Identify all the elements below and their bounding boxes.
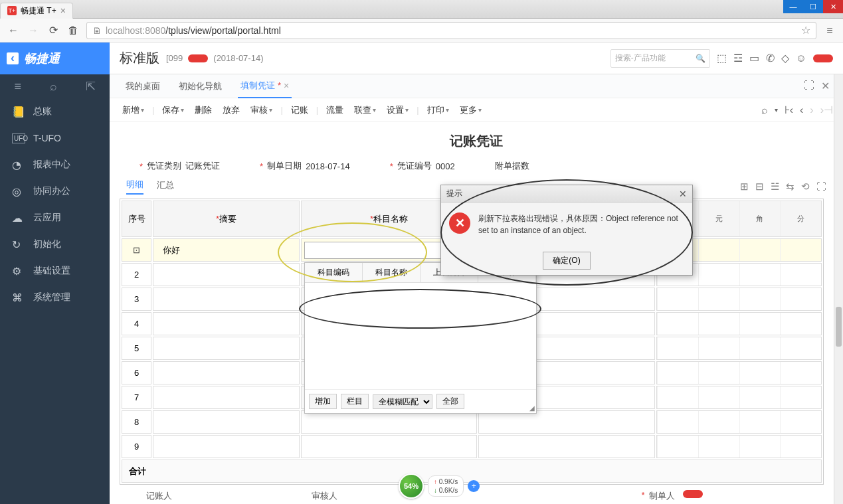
browser-menu-icon[interactable]: ≡ — [823, 24, 836, 37]
tool-icon-6[interactable]: ⛶ — [816, 181, 826, 193]
tool-icon-4[interactable]: ⇆ — [786, 181, 795, 193]
first-icon[interactable]: ⊦‹ — [785, 104, 793, 116]
tab-close-icon[interactable]: × — [60, 5, 66, 16]
menu-icon[interactable]: ≡ — [14, 80, 21, 94]
attach-label: 附单据数 — [495, 160, 529, 172]
reload-icon[interactable]: ⟳ — [47, 24, 60, 37]
date-label: 制单日期 — [267, 160, 302, 172]
window-close-button[interactable]: ✕ — [823, 0, 843, 13]
brand-arrow-icon: ‹ — [7, 52, 19, 64]
browser-tab[interactable]: T+ 畅捷通 T+ × — [0, 3, 73, 19]
back-icon[interactable]: ← — [7, 24, 20, 37]
help-icon[interactable]: ◇ — [781, 52, 789, 64]
fullscreen-icon[interactable]: ⛶ — [804, 80, 814, 92]
sidebar-item-reports[interactable]: ◔报表中心 — [0, 151, 110, 178]
close-all-icon[interactable]: ✕ — [821, 80, 830, 92]
table-row[interactable]: 8 — [122, 410, 822, 434]
tool-icon-3[interactable]: ☱ — [771, 181, 779, 193]
sidebar-label: 总账 — [33, 106, 52, 118]
subject-dropdown: 科目编码 科目名称 上级科目 详细 增加 栏目 全模糊匹配 全部 ◢ — [304, 262, 537, 414]
row-handle-icon[interactable]: ⊡ — [133, 245, 140, 255]
scrollbar[interactable] — [834, 74, 843, 504]
tool-icon-5[interactable]: ⟲ — [801, 181, 810, 193]
next-icon[interactable]: › — [810, 104, 813, 116]
no-value[interactable]: 0002 — [436, 161, 455, 171]
scrollbar-thumb[interactable] — [836, 307, 842, 347]
zoom-icon[interactable]: ⌕ — [761, 104, 768, 116]
more-button[interactable]: 更多▾ — [457, 104, 484, 116]
tufo-icon: UFO — [12, 133, 25, 143]
device-icon[interactable]: ⬚ — [717, 52, 727, 64]
window-maximize-button[interactable]: ☐ — [803, 0, 823, 13]
ledger-icon: 📒 — [12, 106, 25, 118]
audit-button[interactable]: 审核▾ — [248, 104, 275, 116]
chat-icon[interactable]: ▭ — [749, 52, 759, 64]
sidebar-top-icons: ≡ ⌕ ⇱ — [0, 74, 110, 98]
tab-init-nav[interactable]: 初始化导航 — [176, 74, 225, 98]
tab-voucher[interactable]: 填制凭证 * × — [238, 74, 292, 98]
search-input[interactable]: 搜索-产品功能 🔍 — [610, 49, 710, 68]
url-bar[interactable]: 🗎 localhost:8080/tplus/view/portal/porta… — [86, 22, 816, 39]
sidebar-item-system[interactable]: ⌘系统管理 — [0, 284, 110, 311]
search-sidebar-icon[interactable]: ⌕ — [50, 80, 57, 94]
abandon-button[interactable]: 放弃 — [220, 104, 242, 116]
tab-desktop[interactable]: 我的桌面 — [123, 74, 163, 98]
export-icon[interactable]: ⇱ — [86, 79, 96, 94]
maker-label: 制单人 — [649, 490, 675, 502]
net-plus-icon[interactable]: + — [468, 480, 480, 492]
tab-close-icon[interactable]: × — [284, 80, 289, 91]
forward-icon[interactable]: → — [27, 24, 40, 37]
print-button[interactable]: 打印▾ — [424, 104, 452, 116]
tab-favicon-icon: T+ — [7, 6, 17, 15]
page-icon: 🗎 — [92, 25, 102, 36]
list-icon[interactable]: ☲ — [733, 52, 743, 64]
sd-all-button[interactable]: 全部 — [436, 394, 464, 409]
modified-indicator-icon: * — [278, 80, 281, 90]
flow-button[interactable]: 流量 — [324, 104, 346, 116]
resize-handle-icon[interactable]: ◢ — [529, 404, 535, 412]
post-button[interactable]: 记账 — [288, 104, 311, 116]
sidebar-item-tufo[interactable]: UFOT-UFO — [0, 125, 110, 151]
sidebar-item-basic[interactable]: ⚙基础设置 — [0, 258, 110, 284]
sub-tab-detail[interactable]: 明细 — [126, 179, 143, 195]
query-button[interactable]: 联查▾ — [351, 104, 379, 116]
dialog-ok-button[interactable]: 确定(O) — [543, 252, 590, 270]
sd-column-button[interactable]: 栏目 — [341, 394, 369, 409]
type-value[interactable]: 记账凭证 — [185, 160, 220, 172]
delete-button[interactable]: 删除 — [192, 104, 215, 116]
prev-icon[interactable]: ‹ — [800, 104, 803, 116]
new-button[interactable]: 新增▾ — [120, 104, 147, 116]
summary-input[interactable] — [159, 242, 292, 258]
sub-tab-summary[interactable]: 汇总 — [157, 179, 174, 194]
last-icon[interactable]: ›⊣ — [820, 104, 833, 116]
user-icon[interactable]: ☺ — [796, 52, 806, 64]
phone-icon[interactable]: ✆ — [766, 52, 775, 64]
sidebar-item-collab[interactable]: ◎协同办公 — [0, 178, 110, 205]
trash-icon[interactable]: 🗑 — [66, 24, 80, 37]
sd-col-name[interactable]: 科目名称 — [363, 263, 421, 282]
tool-icon-2[interactable]: ⊟ — [755, 181, 764, 193]
save-button[interactable]: 保存▾ — [159, 104, 187, 116]
url-path: /tplus/view/portal/portal.html — [165, 25, 281, 36]
sidebar-label: 基础设置 — [33, 265, 70, 277]
sd-add-button[interactable]: 增加 — [309, 394, 337, 409]
collab-icon: ◎ — [12, 185, 25, 198]
sidebar-item-init[interactable]: ↻初始化 — [0, 231, 110, 258]
settings-button[interactable]: 设置▾ — [384, 104, 411, 116]
table-row[interactable]: 9 — [122, 435, 822, 458]
sidebar-item-ledger[interactable]: 📒总账 — [0, 98, 110, 125]
sidebar-item-cloud[interactable]: ☁云应用 — [0, 205, 110, 231]
no-label: 凭证编号 — [397, 160, 432, 172]
dialog-close-icon[interactable]: ✕ — [679, 189, 687, 199]
url-host: localhost — [106, 25, 142, 36]
window-minimize-button[interactable]: — — [783, 0, 803, 13]
network-badge[interactable]: 54% ↑ 0.9K/s ↓ 0.6K/s + — [399, 473, 480, 499]
brand-logo[interactable]: ‹ 畅捷通 — [0, 42, 110, 74]
bookmark-star-icon[interactable]: ☆ — [801, 24, 810, 37]
sd-col-code[interactable]: 科目编码 — [305, 263, 363, 282]
window-controls: — ☐ ✕ — [783, 0, 843, 13]
sd-match-select[interactable]: 全模糊匹配 — [373, 394, 432, 409]
search-icon[interactable]: 🔍 — [696, 54, 705, 63]
date-value[interactable]: 2018-07-14 — [306, 161, 350, 171]
tool-icon-1[interactable]: ⊞ — [740, 181, 749, 193]
